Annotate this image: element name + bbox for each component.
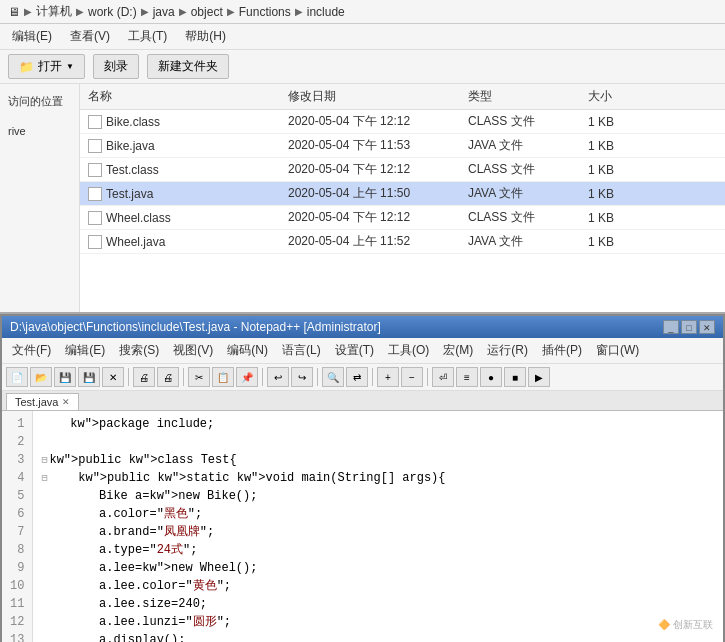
np-menu-settings[interactable]: 设置(T) bbox=[329, 340, 380, 361]
notepad-window: D:\java\object\Functions\include\Test.ja… bbox=[0, 314, 725, 642]
notepad-section: D:\java\object\Functions\include\Test.ja… bbox=[0, 314, 725, 642]
watermark: 🔶 创新互联 bbox=[654, 616, 717, 634]
file-size: 1 KB bbox=[588, 211, 668, 225]
header-name[interactable]: 名称 bbox=[88, 88, 288, 105]
file-name-cell: Bike.java bbox=[88, 139, 288, 153]
file-type: CLASS 文件 bbox=[468, 209, 588, 226]
fold-marker[interactable]: ⊟ bbox=[41, 473, 47, 484]
np-close-btn[interactable]: ✕ bbox=[102, 367, 124, 387]
file-name-text: Test.class bbox=[106, 163, 159, 177]
explorer-container: 访问的位置 rive 名称 修改日期 类型 大小 Bike.class 2020… bbox=[0, 84, 725, 314]
table-row[interactable]: Test.class 2020-05-04 下午 12:12 CLASS 文件 … bbox=[80, 158, 725, 182]
np-replace-btn[interactable]: ⇄ bbox=[346, 367, 368, 387]
left-panel-item-0[interactable]: 访问的位置 bbox=[4, 92, 75, 111]
np-menu-tools[interactable]: 工具(O) bbox=[382, 340, 435, 361]
breadcrumb-item-5[interactable]: include bbox=[307, 5, 345, 19]
np-sep-2 bbox=[183, 368, 184, 386]
np-new-btn[interactable]: 📄 bbox=[6, 367, 28, 387]
code-area[interactable]: kw">package include; ⊟kw">public kw">cla… bbox=[33, 411, 723, 642]
line-number: 5 bbox=[6, 487, 28, 505]
np-menu-file[interactable]: 文件(F) bbox=[6, 340, 57, 361]
np-wrap-btn[interactable]: ⏎ bbox=[432, 367, 454, 387]
menu-help[interactable]: 帮助(H) bbox=[177, 26, 234, 47]
np-zoom-in-btn[interactable]: + bbox=[377, 367, 399, 387]
tab-close-icon[interactable]: ✕ bbox=[62, 397, 70, 407]
titlebar-buttons: _ □ ✕ bbox=[663, 320, 715, 334]
np-save-btn[interactable]: 💾 bbox=[54, 367, 76, 387]
table-row[interactable]: Bike.class 2020-05-04 下午 12:12 CLASS 文件 … bbox=[80, 110, 725, 134]
folder-icon: 📁 bbox=[19, 60, 34, 74]
np-cut-btn[interactable]: ✂ bbox=[188, 367, 210, 387]
file-icon bbox=[88, 163, 102, 177]
np-paste-btn[interactable]: 📌 bbox=[236, 367, 258, 387]
fold-marker[interactable]: ⊟ bbox=[41, 455, 47, 466]
code-line: a.type="24式"; bbox=[41, 541, 715, 559]
file-size: 1 KB bbox=[588, 235, 668, 249]
np-undo-btn[interactable]: ↩ bbox=[267, 367, 289, 387]
file-date: 2020-05-04 下午 12:12 bbox=[288, 161, 468, 178]
np-menu-search[interactable]: 搜索(S) bbox=[113, 340, 165, 361]
np-menu-window[interactable]: 窗口(W) bbox=[590, 340, 645, 361]
np-find-btn[interactable]: 🔍 bbox=[322, 367, 344, 387]
header-date[interactable]: 修改日期 bbox=[288, 88, 468, 105]
np-saveall-btn[interactable]: 💾 bbox=[78, 367, 100, 387]
breadcrumb-item-3[interactable]: object bbox=[191, 5, 223, 19]
np-indent-btn[interactable]: ≡ bbox=[456, 367, 478, 387]
np-copy-btn[interactable]: 📋 bbox=[212, 367, 234, 387]
open-button[interactable]: 📁 打开 ▼ bbox=[8, 54, 85, 79]
breadcrumb-item-1[interactable]: work (D:) bbox=[88, 5, 137, 19]
file-name-cell: Test.class bbox=[88, 163, 288, 177]
burn-button[interactable]: 刻录 bbox=[93, 54, 139, 79]
np-sep-4 bbox=[317, 368, 318, 386]
explorer-menubar: 编辑(E) 查看(V) 工具(T) 帮助(H) bbox=[0, 24, 725, 50]
np-menu-encode[interactable]: 编码(N) bbox=[221, 340, 274, 361]
tab-test-java[interactable]: Test.java ✕ bbox=[6, 393, 79, 410]
header-type[interactable]: 类型 bbox=[468, 88, 588, 105]
np-menu-macro[interactable]: 宏(M) bbox=[437, 340, 479, 361]
np-redo-btn[interactable]: ↪ bbox=[291, 367, 313, 387]
file-date: 2020-05-04 下午 12:12 bbox=[288, 113, 468, 130]
table-row[interactable]: Wheel.class 2020-05-04 下午 12:12 CLASS 文件… bbox=[80, 206, 725, 230]
file-name-cell: Test.java bbox=[88, 187, 288, 201]
line-number: 9 bbox=[6, 559, 28, 577]
minimize-button[interactable]: _ bbox=[663, 320, 679, 334]
code-container[interactable]: 123456789101112131415 kw">package includ… bbox=[2, 411, 723, 642]
breadcrumb-item-2[interactable]: java bbox=[153, 5, 175, 19]
np-menu-edit[interactable]: 编辑(E) bbox=[59, 340, 111, 361]
file-icon bbox=[88, 187, 102, 201]
breadcrumb-item-0[interactable]: 计算机 bbox=[36, 3, 72, 20]
menu-tools[interactable]: 工具(T) bbox=[120, 26, 175, 47]
file-date: 2020-05-04 下午 12:12 bbox=[288, 209, 468, 226]
np-macro-btn[interactable]: ● bbox=[480, 367, 502, 387]
breadcrumb-arrow-2: ▶ bbox=[141, 6, 149, 17]
file-size: 1 KB bbox=[588, 187, 668, 201]
np-menu-plugins[interactable]: 插件(P) bbox=[536, 340, 588, 361]
menu-edit[interactable]: 编辑(E) bbox=[4, 26, 60, 47]
np-macro2-btn[interactable]: ■ bbox=[504, 367, 526, 387]
close-button[interactable]: ✕ bbox=[699, 320, 715, 334]
file-date: 2020-05-04 上午 11:50 bbox=[288, 185, 468, 202]
code-line: a.lee.color="黄色"; bbox=[41, 577, 715, 595]
np-open-btn[interactable]: 📂 bbox=[30, 367, 52, 387]
file-size: 1 KB bbox=[588, 163, 668, 177]
left-panel-item-1[interactable]: rive bbox=[4, 123, 75, 139]
np-menu-run[interactable]: 运行(R) bbox=[481, 340, 534, 361]
maximize-button[interactable]: □ bbox=[681, 320, 697, 334]
np-menu-lang[interactable]: 语言(L) bbox=[276, 340, 327, 361]
np-menu-view[interactable]: 视图(V) bbox=[167, 340, 219, 361]
np-run-btn[interactable]: ▶ bbox=[528, 367, 550, 387]
header-size[interactable]: 大小 bbox=[588, 88, 668, 105]
left-panel: 访问的位置 rive bbox=[0, 84, 80, 312]
table-row[interactable]: Bike.java 2020-05-04 下午 11:53 JAVA 文件 1 … bbox=[80, 134, 725, 158]
np-print2-btn[interactable]: 🖨 bbox=[157, 367, 179, 387]
np-zoom-out-btn[interactable]: − bbox=[401, 367, 423, 387]
new-folder-button[interactable]: 新建文件夹 bbox=[147, 54, 229, 79]
np-print-btn[interactable]: 🖨 bbox=[133, 367, 155, 387]
file-icon bbox=[88, 139, 102, 153]
table-row[interactable]: Test.java 2020-05-04 上午 11:50 JAVA 文件 1 … bbox=[80, 182, 725, 206]
breadcrumb-item-4[interactable]: Functions bbox=[239, 5, 291, 19]
table-row[interactable]: Wheel.java 2020-05-04 上午 11:52 JAVA 文件 1… bbox=[80, 230, 725, 254]
file-icon bbox=[88, 211, 102, 225]
watermark-text: 创新互联 bbox=[673, 619, 713, 630]
menu-view[interactable]: 查看(V) bbox=[62, 26, 118, 47]
